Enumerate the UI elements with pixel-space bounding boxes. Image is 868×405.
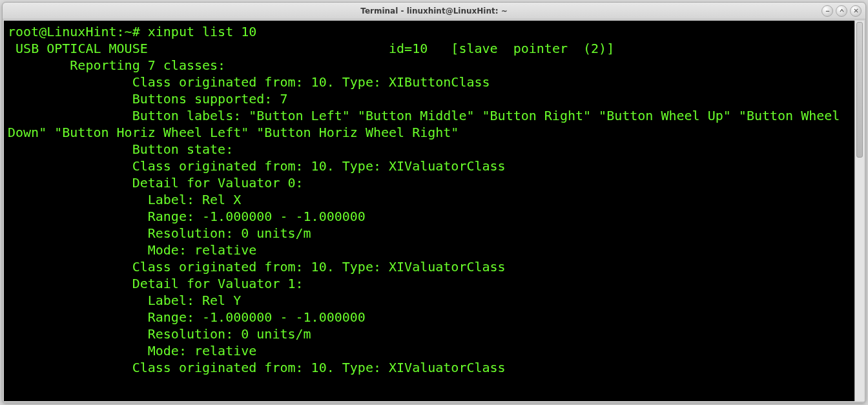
- terminal-line: Range: -1.000000 - -1.000000: [8, 309, 851, 326]
- terminal-line: Class originated from: 10. Type: XIValua…: [8, 258, 851, 275]
- shell-command: xinput list 10: [148, 24, 257, 39]
- maximize-button[interactable]: [836, 5, 847, 17]
- terminal-line: Buttons supported: 7: [8, 90, 851, 107]
- terminal-line: Resolution: 0 units/m: [8, 326, 851, 342]
- terminal-line: Range: -1.000000 - -1.000000: [8, 208, 851, 225]
- terminal-line: USB OPTICAL MOUSE id=10 [slave pointer (…: [8, 40, 851, 57]
- terminal-area: root@LinuxHint:~# xinput list 10 USB OPT…: [3, 19, 865, 402]
- terminal-line: root@LinuxHint:~# xinput list 10: [8, 23, 851, 40]
- terminal-line: Button state:: [8, 141, 851, 158]
- terminal-window: Terminal - linuxhint@LinuxHint: ~ root@L…: [2, 2, 866, 403]
- terminal-line: Reporting 7 classes:: [8, 57, 851, 74]
- terminal-line: Class originated from: 10. Type: XIValua…: [8, 359, 851, 376]
- terminal-line: Label: Rel Y: [8, 292, 851, 309]
- shell-prompt: root@LinuxHint:~#: [8, 24, 148, 39]
- terminal-line: Mode: relative: [8, 342, 851, 359]
- close-icon: [853, 8, 859, 15]
- close-button[interactable]: [850, 5, 862, 17]
- scrollbar[interactable]: [854, 21, 864, 401]
- scrollbar-thumb[interactable]: [856, 22, 863, 158]
- terminal-line: Button labels: "Button Left" "Button Mid…: [8, 107, 851, 141]
- terminal-output[interactable]: root@LinuxHint:~# xinput list 10 USB OPT…: [4, 21, 854, 401]
- titlebar[interactable]: Terminal - linuxhint@LinuxHint: ~: [3, 3, 865, 19]
- terminal-line: Detail for Valuator 0:: [8, 174, 851, 191]
- terminal-line: Mode: relative: [8, 242, 851, 258]
- terminal-line: Class originated from: 10. Type: XIButto…: [8, 74, 851, 90]
- window-controls: [822, 5, 862, 17]
- terminal-line: Detail for Valuator 1:: [8, 275, 851, 292]
- maximize-icon: [839, 8, 845, 15]
- terminal-line: Class originated from: 10. Type: XIValua…: [8, 158, 851, 174]
- minimize-icon: [825, 8, 831, 15]
- terminal-line: Label: Rel X: [8, 191, 851, 208]
- window-title: Terminal - linuxhint@LinuxHint: ~: [360, 6, 507, 16]
- terminal-line: Resolution: 0 units/m: [8, 225, 851, 242]
- minimize-button[interactable]: [822, 5, 833, 17]
